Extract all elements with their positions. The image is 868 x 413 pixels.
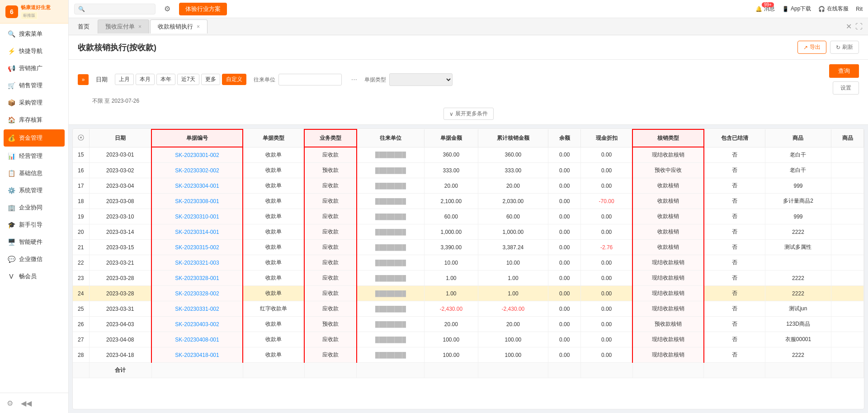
sidebar-item-stock[interactable]: 🏠 库存核算 — [0, 111, 68, 128]
tab-receipt[interactable]: 收款核销执行 × — [150, 19, 208, 33]
th-settings[interactable] — [73, 129, 89, 147]
table-row: 172023-03-04SK-20230304-001收款单应收款███████… — [73, 178, 864, 194]
tab-home[interactable]: 首页 — [71, 20, 97, 33]
chart-icon: 📊 — [7, 152, 15, 160]
sidebar-item-corp[interactable]: 🏢 企业协同 — [0, 199, 68, 216]
search-icon: 🔍 — [7, 30, 15, 38]
table-header-row: 日期 单据编号 单据类型 业务类型 往来单位 单据金额 累计核销金额 余额 现金… — [73, 129, 864, 147]
sidebar-item-finance[interactable]: 💰 资金管理 — [4, 129, 65, 147]
collapse-btn[interactable]: ◀◀ — [20, 397, 33, 409]
filter-toggle-btn[interactable]: » — [78, 74, 89, 85]
member-icon: V — [7, 272, 15, 280]
mobile-icon: 📱 — [782, 6, 789, 12]
query-btn[interactable]: 查询 — [829, 64, 859, 78]
table-row: 272023-04-08SK-20230408-001收款单应收款███████… — [73, 332, 864, 347]
sidebar-item-ops[interactable]: 📊 经营管理 — [0, 147, 68, 165]
tab-close-all-btn[interactable]: ✕ — [846, 22, 852, 31]
date-last-month-btn[interactable]: 上月 — [115, 74, 134, 85]
th-doc-no: 单据编号 — [151, 129, 243, 147]
cart-icon: 🛒 — [7, 81, 15, 90]
date-filter-label: 日期 — [96, 76, 108, 84]
date-this-year-btn[interactable]: 本年 — [156, 74, 175, 85]
date-7days-btn[interactable]: 近7天 — [177, 74, 199, 85]
page-header: 收款核销执行(按收款) ↗ 导出 ↻ 刷新 — [69, 35, 868, 60]
th-verify-type: 核销类型 — [632, 129, 703, 147]
chat-icon: 💬 — [7, 255, 15, 263]
sidebar-item-member[interactable]: V 畅会员 — [0, 268, 68, 285]
sidebar-item-search[interactable]: 🔍 搜索菜单 — [0, 25, 68, 43]
refresh-icon: ↻ — [836, 44, 840, 51]
page-title: 收款核销执行(按收款) — [78, 42, 156, 53]
table-row: 212023-03-15SK-20230315-002收款单应收款███████… — [73, 240, 864, 255]
table-row: 152023-03-01SK-20230301-002收款单应收款███████… — [73, 147, 864, 163]
table-total-row: 合计 — [73, 363, 864, 378]
tab-bar: 首页 预收应付单 × 收款核销执行 × ✕ ⛶ — [69, 18, 868, 35]
sidebar-menu: 🔍 搜索菜单 ⚡ 快捷导航 📢 营销推广 🛒 销售管理 📦 采购管理 🏠 库存核… — [0, 24, 68, 393]
filter-actions-right: 查询 设置 — [829, 64, 859, 95]
building-icon: 🏢 — [7, 204, 15, 212]
doc-type-select[interactable] — [389, 73, 453, 86]
partner-input[interactable] — [278, 74, 342, 85]
table-row: 182023-03-08SK-20230308-001收款单应收款███████… — [73, 194, 864, 209]
th-discount: 现金折扣 — [581, 129, 633, 147]
settings-bottom-btn[interactable]: ⚙ — [4, 397, 16, 409]
house-icon: 🏠 — [7, 116, 15, 124]
table-row: 252023-03-31SK-20230331-002红字收款单应收款█████… — [73, 301, 864, 317]
topbar-right: 🔔 消息 99+ 📱 App下载 🎧 在线客服 Rit — [755, 5, 863, 13]
app-download-btn[interactable]: 📱 App下载 — [782, 5, 811, 13]
sidebar-item-wechat[interactable]: 💬 企业微信 — [0, 251, 68, 268]
filter-row: » 日期 上月 本月 本年 近7天 更多 自定义 往来单位 ··· 单据类型 — [78, 64, 859, 95]
money-icon: 💰 — [7, 134, 15, 142]
refresh-btn[interactable]: ↻ 刷新 — [830, 41, 859, 54]
solution-btn[interactable]: 体验行业方案 — [179, 3, 227, 15]
monitor-icon: 🖥️ — [7, 238, 15, 246]
topbar-gear-btn[interactable]: ⚙ — [161, 3, 174, 15]
filter-sub-row: 不限 至 2023-07-26 — [78, 95, 859, 105]
doc-type-select-group: 单据类型 — [364, 73, 464, 86]
sidebar-item-purchase[interactable]: 📦 采购管理 — [0, 94, 68, 111]
customer-service-btn[interactable]: 🎧 在线客服 — [818, 5, 849, 13]
th-balance: 余额 — [548, 129, 581, 147]
expand-more-btn[interactable]: ∨ 展开更多条件 — [443, 108, 494, 120]
sidebar-item-quick[interactable]: ⚡ 快捷导航 — [0, 43, 68, 60]
table-row: 282023-04-18SK-20230418-001收款单应收款███████… — [73, 347, 864, 363]
date-more-btn[interactable]: 更多 — [201, 74, 220, 85]
partner-input-group: 往来单位 — [254, 74, 344, 85]
date-this-month-btn[interactable]: 本月 — [136, 74, 155, 85]
box-icon: 📦 — [7, 99, 15, 107]
sidebar-item-system[interactable]: ⚙️ 系统管理 — [0, 182, 68, 199]
topbar: 🔍 ⚙ 体验行业方案 🔔 消息 99+ 📱 App下载 🎧 在线客服 Rit — [69, 0, 868, 18]
headset-icon: 🎧 — [818, 6, 825, 12]
tab-prepay[interactable]: 预收应付单 × — [98, 19, 149, 33]
messages-badge: 99+ — [762, 2, 774, 7]
tab-close-prepay[interactable]: × — [138, 24, 142, 30]
export-btn[interactable]: ↗ 导出 — [797, 41, 826, 54]
tab-close-receipt[interactable]: × — [197, 24, 200, 30]
graduate-icon: 🎓 — [7, 221, 15, 229]
messages-btn[interactable]: 🔔 消息 99+ — [755, 5, 775, 13]
sidebar-item-hardware[interactable]: 🖥️ 智能硬件 — [0, 233, 68, 251]
filter-area: » 日期 上月 本月 本年 近7天 更多 自定义 往来单位 ··· 单据类型 — [69, 60, 868, 125]
tab-expand-btn[interactable]: ⛶ — [855, 23, 863, 31]
svg-point-1 — [80, 137, 82, 138]
th-goods2: 商品 — [831, 129, 864, 147]
th-doc-type: 单据类型 — [243, 129, 304, 147]
th-amount: 单据金额 — [425, 129, 478, 147]
table-body: 152023-03-01SK-20230301-002收款单应收款███████… — [73, 147, 864, 378]
clipboard-icon: 📋 — [7, 169, 15, 177]
sidebar-item-marketing[interactable]: 📢 营销推广 — [0, 60, 68, 77]
settings-btn[interactable]: 设置 — [833, 81, 859, 95]
table-row: 242023-03-28SK-20230328-002收款单应收款███████… — [73, 286, 864, 301]
topbar-search-box[interactable]: 🔍 — [74, 4, 156, 14]
th-goods1: 商品 — [765, 129, 831, 147]
search-icon: 🔍 — [78, 6, 85, 12]
filter-ellipsis: ··· — [351, 76, 357, 84]
date-custom-btn[interactable]: 自定义 — [222, 74, 246, 85]
date-range-display: 不限 至 2023-07-26 — [92, 97, 139, 105]
table-row: 202023-03-14SK-20230314-001收款单应收款███████… — [73, 224, 864, 240]
th-partner: 往来单位 — [357, 129, 425, 147]
sidebar-item-sales[interactable]: 🛒 销售管理 — [0, 77, 68, 94]
sidebar-item-basic[interactable]: 📋 基础信息 — [0, 165, 68, 182]
megaphone-icon: 📢 — [7, 64, 15, 72]
sidebar-item-guide[interactable]: 🎓 新手引导 — [0, 216, 68, 233]
